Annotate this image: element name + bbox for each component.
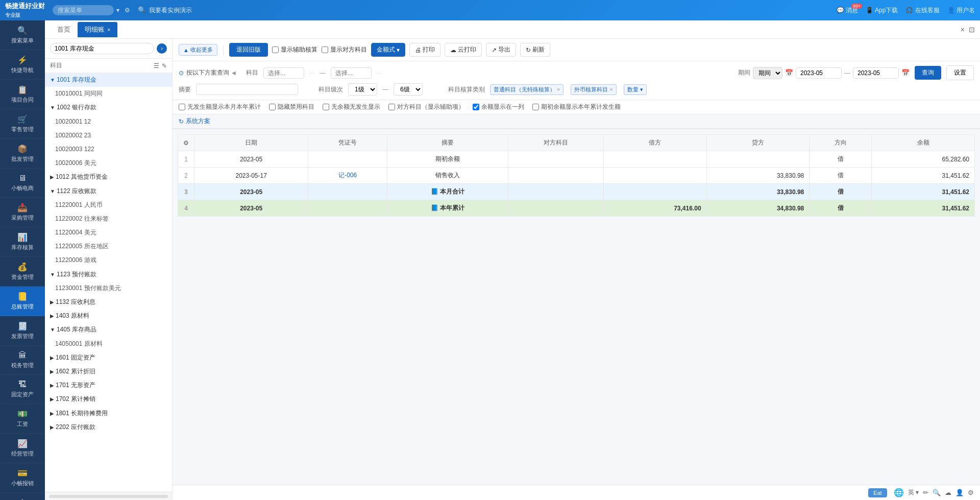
cloud-print-btn[interactable]: ☁ 云打印 <box>445 43 482 57</box>
tree-node-2202[interactable]: ▶2202 应付账款 <box>45 420 172 434</box>
bottom-extra-icon[interactable]: ⚙ <box>968 489 974 496</box>
top-search-input[interactable] <box>53 5 114 15</box>
dropdown-icon-3[interactable]: ▾ <box>640 86 643 93</box>
sidebar-item-salary[interactable]: 💵 工资 <box>0 404 45 434</box>
subject-end-input[interactable] <box>331 67 372 79</box>
cb-opening-balance[interactable]: 期初余额显示本年累计发生额 <box>532 103 621 111</box>
online-service-link[interactable]: 🎧 在线客服 <box>905 6 939 15</box>
bottom-edit-icon[interactable]: ✏ <box>923 489 928 496</box>
level-start-select[interactable]: 1级2级3级 <box>348 83 377 96</box>
export-btn[interactable]: ↗ 导出 <box>486 43 516 57</box>
tree-node-1601[interactable]: ▶1601 固定资产 <box>45 351 172 365</box>
app-download-link[interactable]: 📱 App下载 <box>866 6 898 15</box>
tree-node-10020001[interactable]: 10020001 12 <box>45 115 172 129</box>
period-type-select[interactable]: 期间 <box>753 67 782 79</box>
sidebar-item-fixed-assets[interactable]: 🏗 固定资产 <box>0 375 45 404</box>
refresh-btn[interactable]: ↻ 刷新 <box>520 43 550 57</box>
tree-node-1602[interactable]: ▶1602 累计折旧 <box>45 365 172 378</box>
tree-node-10020002[interactable]: 10020002 23 <box>45 129 172 142</box>
tree-node-1122[interactable]: ▼1122 应收账款 <box>45 184 172 198</box>
eat-btn[interactable]: Eat <box>868 488 887 497</box>
tree-node-11220006[interactable]: 11220006 游戏 <box>45 253 172 267</box>
tree-node-11220002[interactable]: 11220002 往来标签 <box>45 212 172 226</box>
demo-link[interactable]: 🔍 我要看实例演示 <box>138 6 192 15</box>
sidebar-item-retail[interactable]: 🛒 零售管理 <box>0 109 45 139</box>
tree-node-10020003[interactable]: 10020003 122 <box>45 142 172 156</box>
level-end-select[interactable]: 6级5级4级 <box>394 83 423 96</box>
message-badge[interactable]: 💬 消息 99+ <box>837 6 858 15</box>
settings-btn[interactable]: 设置 <box>946 65 974 80</box>
tab-home[interactable]: 首页 <box>50 22 78 37</box>
sidebar-item-invoice[interactable]: 🧾 发票管理 <box>0 316 45 346</box>
sidebar-item-search[interactable]: 🔍 搜索菜单 <box>0 20 45 50</box>
cb-hide-disabled[interactable]: 隐藏禁用科目 <box>269 103 314 111</box>
tree-node-10010001[interactable]: 10010001 同同同 <box>45 87 172 101</box>
type-tag-normal[interactable]: 普通科目（无特殊核算） × <box>490 84 564 95</box>
period-start-input[interactable] <box>796 67 842 79</box>
type-tag-quantity[interactable]: 数量 ▾ <box>624 84 647 95</box>
bottom-person-icon[interactable]: 👤 <box>955 489 964 496</box>
return-old-version-btn[interactable]: 退回旧版 <box>229 43 268 57</box>
print-btn[interactable]: 🖨 打印 <box>409 43 440 57</box>
tree-node-1002[interactable]: ▼1002 银行存款 <box>45 101 172 114</box>
bottom-zoom-icon[interactable]: 🔍 <box>933 489 941 496</box>
tree-node-1001[interactable]: ▼1001 库存现金 <box>45 73 172 87</box>
scheme-btn[interactable]: ↻ 系统方案 <box>179 117 210 126</box>
sidebar-item-expense[interactable]: 💳 小畅报销 <box>0 463 45 493</box>
sidebar-item-project[interactable]: 📋 项目合同 <box>0 80 45 109</box>
tab-close-icon[interactable]: × <box>107 27 110 33</box>
bottom-lang-icon[interactable]: 🌐 <box>894 488 904 497</box>
sidebar-item-ecommerce[interactable]: 🖥 小畅电商 <box>0 169 45 198</box>
sidebar-item-quicknav[interactable]: ⚡ 快捷导航 <box>0 50 45 80</box>
sidebar-item-basic-info[interactable]: ℹ 基础信息 <box>0 493 45 500</box>
tab-close-btn[interactable]: × <box>961 26 965 34</box>
tree-scrollbar[interactable] <box>45 492 172 500</box>
tree-node-1405[interactable]: ▼1405 库存商品 <box>45 323 172 337</box>
period-calendar-icon-2[interactable]: 📅 <box>901 69 910 77</box>
query-btn[interactable]: 查询 <box>915 66 941 80</box>
cb-no-balance[interactable]: 无余额无发生显示 <box>323 103 380 111</box>
tree-node-11220001[interactable]: 11220001 人民币 <box>45 198 172 212</box>
tree-node-1702[interactable]: ▶1702 累计摊销 <box>45 392 172 406</box>
settings-gear-icon[interactable]: ⚙ <box>125 7 130 14</box>
tree-node-14050001[interactable]: 14050001 原材料 <box>45 337 172 351</box>
tree-node-10020006[interactable]: 10020006 美元 <box>45 156 172 170</box>
type-tag-foreign[interactable]: 外币核算科目 × <box>571 84 616 95</box>
tree-node-1012[interactable]: ▶1012 其他货币资金 <box>45 170 172 184</box>
amount-mode-btn[interactable]: 金额式 ▾ <box>371 43 405 57</box>
user-avatar[interactable]: 👤 用户名 <box>947 6 975 15</box>
sidebar-item-purchase[interactable]: 📥 采购管理 <box>0 198 45 227</box>
summary-input[interactable] <box>196 84 298 95</box>
tag-close-icon[interactable]: × <box>557 86 560 92</box>
bottom-text-en[interactable]: 英 ▾ <box>908 488 919 497</box>
show-assist-check[interactable]: 显示辅助核算 <box>272 45 317 54</box>
tree-node-11220004[interactable]: 11220004 美元 <box>45 226 172 240</box>
sidebar-item-wholesale[interactable]: 📦 批发管理 <box>0 139 45 169</box>
tree-list-icon[interactable]: ☰ <box>154 62 159 69</box>
bottom-cloud-icon[interactable]: ☁ <box>945 489 951 496</box>
sidebar-item-tax[interactable]: 🏛 税务管理 <box>0 346 45 375</box>
period-calendar-icon[interactable]: 📅 <box>785 69 793 77</box>
tree-node-11220005[interactable]: 11220005 所在地区 <box>45 240 172 253</box>
tree-search-input[interactable] <box>50 43 154 54</box>
tree-node-1132[interactable]: ▶1132 应收利息 <box>45 295 172 309</box>
tree-node-1701[interactable]: ▶1701 无形资产 <box>45 378 172 392</box>
tab-detail[interactable]: 明细账 × <box>78 22 117 37</box>
tree-node-11230001[interactable]: 11230001 预付账款美元 <box>45 281 172 295</box>
subject-start-input[interactable] <box>263 67 304 79</box>
sidebar-item-management[interactable]: 📈 经营管理 <box>0 434 45 463</box>
sidebar-item-ledger[interactable]: 📒 总账管理 <box>0 287 45 316</box>
cb-opposite-subject[interactable]: 对方科目（显示辅助项） <box>388 103 464 111</box>
tree-nav-btn[interactable]: › <box>157 43 167 54</box>
period-end-input[interactable] <box>853 67 899 79</box>
tree-node-1123[interactable]: ▼1123 预付账款 <box>45 268 172 281</box>
tab-restore-btn[interactable]: ⊡ <box>969 26 975 34</box>
tag-close-icon-2[interactable]: × <box>609 86 612 92</box>
sidebar-item-inventory[interactable]: 📊 库存核算 <box>0 227 45 257</box>
show-opposite-check[interactable]: 显示对方科目 <box>322 45 367 54</box>
cb-no-amount[interactable]: 无发生额显示本月本年累计 <box>179 103 261 111</box>
cb-balance-one-col[interactable]: 余额显示在一列 <box>473 103 524 111</box>
tree-node-1801[interactable]: ▶1801 长期待摊费用 <box>45 407 172 420</box>
expand-filter-btn[interactable]: ▲ 收起更多 <box>179 44 217 56</box>
sidebar-item-fund[interactable]: 💰 资金管理 <box>0 257 45 287</box>
